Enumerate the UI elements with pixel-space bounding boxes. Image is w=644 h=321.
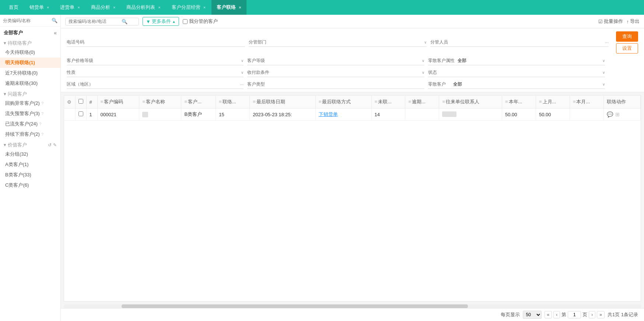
sidebar-item-abnormal-repurchase[interactable]: 回购异常客户(2) ? [0, 98, 60, 108]
value-refresh-icon[interactable]: ↺ [48, 142, 52, 148]
filter-region-dots[interactable]: ··· [240, 82, 244, 87]
sidebar-all-customers[interactable]: 全部客户 « [0, 27, 60, 38]
filter-customer-type-label: 客户类型 [247, 81, 269, 87]
query-button[interactable]: 查询 [616, 31, 638, 42]
nav-sales-order[interactable]: 销货单 × [24, 0, 54, 15]
filter-region[interactable]: 区域（地区） ··· [67, 80, 244, 89]
nav-home[interactable]: 首页 [4, 0, 24, 15]
help-icon-1[interactable]: ? [41, 111, 43, 116]
filter-payment-caret[interactable]: ∨ [422, 70, 424, 75]
sidebar-item-ungrouped[interactable]: 未分组(32) [0, 149, 60, 159]
cell-this-month [570, 108, 603, 121]
sidebar-item-churn-warning[interactable]: 流失预警客户(3) ? [0, 108, 60, 119]
value-edit-icon[interactable]: ✎ [53, 142, 57, 148]
filter-retail-attr[interactable]: 零散客户属性 全部 ∨ [428, 56, 605, 65]
sidebar-collapse-icon[interactable]: « [54, 30, 57, 36]
last-page-button[interactable]: » [597, 311, 605, 318]
close-customer-contact-icon[interactable]: × [239, 0, 241, 15]
search-input[interactable] [69, 19, 120, 24]
my-customers-check[interactable] [183, 19, 188, 24]
sidebar-item-tomorrow-pending[interactable]: 明天待联络(1) [0, 58, 60, 68]
sidebar-search-input[interactable] [3, 18, 50, 23]
search-icon[interactable]: 🔍 [122, 19, 127, 24]
filter-region-label: 区域（地区） [67, 81, 93, 87]
filter-customer-type[interactable]: 客户类型 [247, 80, 424, 89]
export-button[interactable]: ↑ 导出 [627, 18, 640, 25]
filter-retail-attr-caret[interactable]: ∨ [602, 59, 605, 63]
cell-checkbox[interactable] [75, 108, 86, 121]
filter-icon: ▼ [146, 19, 151, 24]
sidebar-search-icon[interactable]: 🔍 [52, 18, 57, 23]
data-table: ⚙ # ≡客户编码 ≡客户名称 ≡客户... [64, 96, 641, 121]
cell-last-contact-method[interactable]: 下销货单 [315, 108, 371, 121]
scrollbar-thumb[interactable] [122, 304, 468, 308]
filter-status-caret[interactable]: ∨ [602, 70, 605, 75]
col-this-year: ≡本年... [502, 96, 536, 108]
sidebar-item-7days-pending[interactable]: 近7天待联络(0) [0, 68, 60, 78]
settings-button[interactable]: 设置 [616, 43, 638, 54]
row-checkbox[interactable] [78, 111, 83, 116]
filter-phone-input[interactable] [90, 40, 245, 45]
sidebar-search-wrap: 🔍 [0, 15, 60, 27]
filter-bar-right: ☑ 批量操作 ↑ 导出 [598, 18, 640, 25]
close-product-analysis-list-icon[interactable]: × [158, 0, 160, 15]
filter-nature-caret[interactable]: ∨ [241, 70, 244, 75]
col-last-contact-method: ≡最后联络方式 [315, 96, 371, 108]
sidebar-item-declining[interactable]: 持续下滑客户(2) ? [0, 129, 60, 139]
page-number-input[interactable] [568, 311, 581, 318]
next-page-button[interactable]: › [589, 311, 595, 318]
filter-customer-level[interactable]: 客户等级 ∨ [247, 56, 424, 65]
filter-person[interactable]: 分管人员 ··· [430, 38, 609, 47]
filter-person-dots[interactable]: ··· [605, 40, 609, 45]
select-all-checkbox[interactable] [78, 99, 83, 104]
filter-dept[interactable]: 分管部门 ∨ [249, 38, 427, 47]
col-type: ≡客户... [181, 96, 216, 108]
filter-nature[interactable]: 性质 ∨ [67, 68, 244, 77]
close-product-analysis-icon[interactable]: × [113, 0, 115, 15]
filter-payment-terms[interactable]: 收付款条件 ∨ [247, 68, 424, 77]
filter-retail-customer[interactable]: 零散客户 全部 ∨ [428, 80, 605, 89]
sidebar-item-c-class[interactable]: C类客户(6) [0, 180, 60, 190]
gear-icon[interactable]: ⚙ [67, 99, 71, 105]
grid-action-icon[interactable]: ⊞ [615, 111, 620, 117]
table-row: 1 000021 Ea B类客户 15 2023-05-23 18:25: 下销… [64, 108, 641, 121]
sidebar-item-today-pending[interactable]: 今天待联络(0) [0, 47, 60, 58]
first-page-button[interactable]: « [545, 311, 552, 318]
my-customers-checkbox[interactable]: 我分管的客户 [183, 18, 218, 25]
filter-status[interactable]: 状态 ∨ [428, 68, 605, 77]
filter-customer-level-caret[interactable]: ∨ [422, 59, 424, 63]
nav-customer-contact[interactable]: 客户联络 × [211, 0, 246, 15]
contact-method-link[interactable]: 下销货单 [319, 111, 338, 117]
help-icon-0[interactable]: ? [41, 101, 43, 106]
col-settings[interactable]: ⚙ [64, 96, 75, 108]
filter-price-level[interactable]: 客户价格等级 ∨ [67, 56, 244, 65]
filter-price-caret[interactable]: ∨ [241, 59, 244, 63]
col-checkbox[interactable] [75, 96, 86, 108]
export-icon: ↑ [627, 19, 629, 24]
prev-page-button[interactable]: ‹ [553, 311, 560, 318]
sidebar-item-overdue-pending[interactable]: 逾期未联络(30) [0, 78, 60, 89]
more-conditions-button[interactable]: ▼ 更多条件 ▲ [143, 17, 179, 26]
sidebar-item-churned[interactable]: 已流失客户(24) ? [0, 119, 60, 129]
cell-num: 1 [86, 108, 97, 121]
horizontal-scrollbar[interactable] [64, 304, 641, 308]
help-icon-3[interactable]: ? [41, 132, 43, 137]
comment-action-icon[interactable]: 💬 [607, 111, 613, 117]
nav-customer-segment[interactable]: 客户分层经营 × [167, 0, 211, 15]
sidebar-item-a-class[interactable]: A类客户(1) [0, 159, 60, 170]
batch-operation-button[interactable]: ☑ 批量操作 [598, 18, 623, 25]
per-page-select[interactable]: 50 10 20 100 [523, 311, 542, 319]
close-customer-segment-icon[interactable]: × [203, 0, 206, 15]
filter-dept-label: 分管部门 [249, 39, 271, 45]
col-this-month: ≡本月... [570, 96, 603, 108]
help-icon-2[interactable]: ? [39, 122, 41, 126]
nav-purchase-order[interactable]: 进货单 × [55, 0, 85, 15]
nav-product-analysis-list[interactable]: 商品分析列表 × [121, 0, 165, 15]
close-purchase-order-icon[interactable]: × [77, 0, 80, 15]
cell-settings [64, 108, 75, 121]
nav-product-analysis[interactable]: 商品分析 × [86, 0, 120, 15]
filter-dept-caret[interactable]: ∨ [424, 40, 427, 44]
sidebar-item-b-class[interactable]: B类客户(33) [0, 170, 60, 180]
filter-retail-customer-caret[interactable]: ∨ [602, 82, 605, 86]
close-sales-order-icon[interactable]: × [47, 0, 49, 15]
